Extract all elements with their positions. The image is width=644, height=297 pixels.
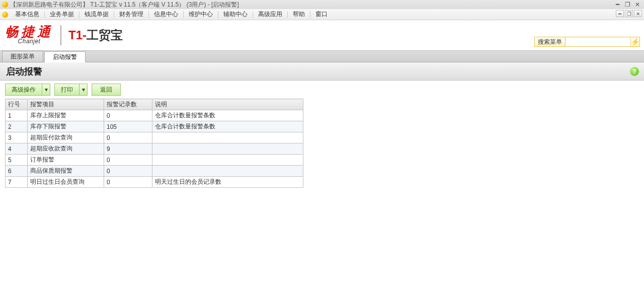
mdi-minimize-button[interactable]: ━ bbox=[616, 10, 624, 17]
brand-bar: 畅捷通 Chanjet T1-工贸宝 搜索菜单 ⚡ bbox=[0, 20, 644, 50]
alert-table: 行号 报警项目 报警记录数 说明 1库存上限报警0仓库合计数量报警条数2库存下限… bbox=[5, 99, 303, 188]
mdi-close-button[interactable]: ✕ bbox=[634, 10, 642, 17]
page-title: 启动报警 bbox=[6, 65, 42, 78]
brand-rest: 工贸宝 bbox=[87, 28, 123, 42]
cell-desc[interactable] bbox=[152, 132, 303, 143]
page-header: 启动报警 ? bbox=[0, 62, 644, 81]
restore-button[interactable]: ❐ bbox=[623, 1, 632, 8]
back-button[interactable]: 返回 bbox=[92, 84, 121, 96]
table-wrap: 行号 报警项目 报警记录数 说明 1库存上限报警0仓库合计数量报警条数2库存下限… bbox=[0, 99, 644, 188]
cell-cnt[interactable]: 0 bbox=[104, 155, 152, 166]
cell-item[interactable]: 库存上限报警 bbox=[28, 110, 104, 121]
cell-cnt[interactable]: 0 bbox=[104, 110, 152, 121]
col-rownum[interactable]: 行号 bbox=[6, 99, 28, 110]
cell-rn[interactable]: 5 bbox=[6, 155, 28, 166]
cell-item[interactable]: 订单报警 bbox=[28, 155, 104, 166]
mdi-restore-button[interactable]: ❐ bbox=[625, 10, 633, 17]
brand-dash: - bbox=[83, 28, 87, 42]
table-row[interactable]: 3超期应付款查询0 bbox=[6, 132, 303, 143]
tab-strip: 图形菜单 启动报警 bbox=[0, 50, 644, 62]
table-row[interactable]: 5订单报警0 bbox=[6, 155, 303, 166]
menu-bar: 基本信息 业务单据 钱流单据 财务管理 信息中心 维护中心 辅助中心 高级应用 … bbox=[0, 9, 644, 20]
cell-rn[interactable]: 4 bbox=[6, 143, 28, 155]
search-box: 搜索菜单 ⚡ bbox=[534, 37, 640, 47]
title-bar: 【深圳新思路电子有限公司】 T1-工贸宝 v 11.5（客户端 V 11.5） … bbox=[0, 0, 644, 9]
mdi-controls: ━ ❐ ✕ bbox=[616, 10, 642, 17]
col-item[interactable]: 报警项目 bbox=[28, 99, 104, 110]
search-go-icon[interactable]: ⚡ bbox=[630, 37, 639, 46]
brand-t1: T1 bbox=[68, 28, 83, 42]
cell-item[interactable]: 超期应付款查询 bbox=[28, 132, 104, 143]
table-row[interactable]: 1库存上限报警0仓库合计数量报警条数 bbox=[6, 110, 303, 121]
table-header-row: 行号 报警项目 报警记录数 说明 bbox=[6, 99, 303, 110]
brand-divider bbox=[60, 25, 61, 45]
menu-business[interactable]: 业务单据 bbox=[46, 10, 78, 19]
chevron-down-icon[interactable]: ▾ bbox=[79, 84, 87, 95]
cell-item[interactable]: 商品保质期报警 bbox=[28, 166, 104, 177]
search-label: 搜索菜单 bbox=[535, 38, 565, 46]
window-title: 【深圳新思路电子有限公司】 T1-工贸宝 v 11.5（客户端 V 11.5） … bbox=[10, 1, 239, 9]
table-row[interactable]: 4超期应收款查询9 bbox=[6, 143, 303, 155]
menu-icon bbox=[2, 12, 8, 18]
cell-item[interactable]: 库存下限报警 bbox=[28, 121, 104, 132]
toolbar: 高级操作 ▾ 打印 ▾ 返回 bbox=[0, 81, 644, 99]
table-row[interactable]: 2库存下限报警105仓库合计数量报警条数 bbox=[6, 121, 303, 132]
menu-help[interactable]: 帮助 bbox=[289, 10, 309, 19]
cell-desc[interactable]: 仓库合计数量报警条数 bbox=[152, 110, 303, 121]
app-icon bbox=[2, 2, 8, 8]
brand-left: 畅捷通 Chanjet bbox=[5, 26, 53, 45]
cell-cnt[interactable]: 0 bbox=[104, 166, 152, 177]
cell-desc[interactable] bbox=[152, 166, 303, 177]
cell-rn[interactable]: 2 bbox=[6, 121, 28, 132]
cell-desc[interactable] bbox=[152, 143, 303, 155]
menu-window[interactable]: 窗口 bbox=[311, 10, 332, 19]
table-row[interactable]: 6商品保质期报警0 bbox=[6, 166, 303, 177]
menu-maintenance[interactable]: 维护中心 bbox=[185, 10, 217, 19]
chevron-down-icon[interactable]: ▾ bbox=[42, 84, 50, 95]
cell-cnt[interactable]: 0 bbox=[104, 132, 152, 143]
col-desc[interactable]: 说明 bbox=[152, 99, 303, 110]
help-icon[interactable]: ? bbox=[630, 67, 639, 76]
close-button[interactable]: ✕ bbox=[633, 1, 642, 8]
menu-info-center[interactable]: 信息中心 bbox=[150, 10, 182, 19]
cell-cnt[interactable]: 105 bbox=[104, 121, 152, 132]
advanced-ops-label: 高级操作 bbox=[6, 84, 42, 95]
cell-rn[interactable]: 3 bbox=[6, 132, 28, 143]
print-label: 打印 bbox=[55, 84, 79, 95]
brand-product: T1-工贸宝 bbox=[68, 27, 123, 43]
cell-cnt[interactable]: 0 bbox=[104, 177, 152, 188]
tab-graphic-menu[interactable]: 图形菜单 bbox=[2, 51, 43, 62]
cell-item[interactable]: 明日过生日会员查询 bbox=[28, 177, 104, 188]
cell-cnt[interactable]: 9 bbox=[104, 143, 152, 155]
back-label: 返回 bbox=[92, 84, 120, 95]
menu-assist[interactable]: 辅助中心 bbox=[219, 10, 252, 19]
tab-startup-alert[interactable]: 启动报警 bbox=[44, 51, 86, 62]
cell-rn[interactable]: 7 bbox=[6, 177, 28, 188]
advanced-ops-button[interactable]: 高级操作 ▾ bbox=[5, 84, 50, 96]
menu-cashflow[interactable]: 钱流单据 bbox=[80, 10, 113, 19]
cell-item[interactable]: 超期应收款查询 bbox=[28, 143, 104, 155]
menu-finance[interactable]: 财务管理 bbox=[115, 10, 147, 19]
menu-advanced[interactable]: 高级应用 bbox=[254, 10, 286, 19]
cell-desc[interactable] bbox=[152, 155, 303, 166]
brand-logo-main: 畅捷通 bbox=[5, 26, 53, 39]
col-count[interactable]: 报警记录数 bbox=[104, 99, 152, 110]
minimize-button[interactable]: ━ bbox=[613, 1, 622, 8]
menu-basic-info[interactable]: 基本信息 bbox=[11, 10, 43, 19]
table-row[interactable]: 7明日过生日会员查询0明天过生日的会员记录数 bbox=[6, 177, 303, 188]
cell-rn[interactable]: 6 bbox=[6, 166, 28, 177]
cell-desc[interactable]: 仓库合计数量报警条数 bbox=[152, 121, 303, 132]
search-input[interactable] bbox=[565, 37, 630, 46]
cell-desc[interactable]: 明天过生日的会员记录数 bbox=[152, 177, 303, 188]
cell-rn[interactable]: 1 bbox=[6, 110, 28, 121]
print-button[interactable]: 打印 ▾ bbox=[54, 84, 88, 96]
